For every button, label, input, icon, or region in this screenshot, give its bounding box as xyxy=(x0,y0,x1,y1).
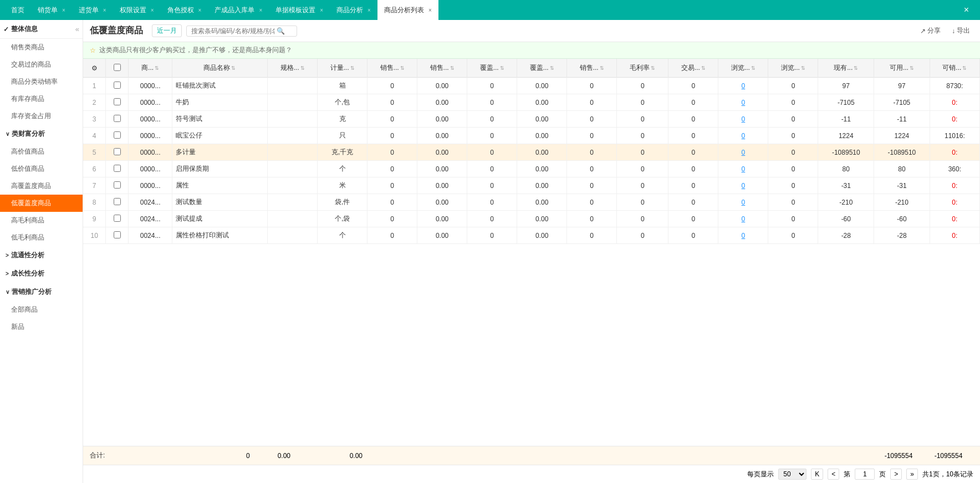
close-icon[interactable]: × xyxy=(428,7,432,13)
sidebar-item-high-value[interactable]: 高价值商品 xyxy=(0,143,83,160)
row-cover2: 0.00 xyxy=(517,194,567,211)
share-icon: ↗ xyxy=(920,27,926,35)
sidebar-section-liquidity[interactable]: > 流通性分析 xyxy=(0,246,83,265)
nav-template[interactable]: 单据模板设置 × xyxy=(269,0,330,20)
close-icon[interactable]: × xyxy=(62,7,65,13)
nav-goods-analysis-list[interactable]: 商品分析列表 × xyxy=(377,0,438,20)
row-cover1: 0 xyxy=(467,78,517,94)
col-name[interactable]: 商品名称⇅ xyxy=(172,59,267,78)
close-icon[interactable]: × xyxy=(259,7,262,13)
row-checkbox[interactable] xyxy=(106,227,129,244)
select-all-checkbox[interactable] xyxy=(114,64,121,71)
row-checkbox[interactable] xyxy=(106,111,129,128)
page-number-input[interactable] xyxy=(855,469,875,480)
row-checkbox[interactable] xyxy=(106,94,129,111)
sidebar-item-all-goods[interactable]: 全部商品 xyxy=(0,301,83,318)
row-sales-amt: 0.00 xyxy=(417,144,467,161)
close-icon[interactable]: × xyxy=(103,7,106,13)
col-spec[interactable]: 规格...⇅ xyxy=(268,59,318,78)
col-cover1[interactable]: 覆盖...⇅ xyxy=(467,59,517,78)
sidebar-item-traded-goods[interactable]: 交易过的商品 xyxy=(0,56,83,73)
row-trade: 0 xyxy=(668,128,718,144)
row-checkbox[interactable] xyxy=(106,161,129,177)
row-sellable: 0: xyxy=(930,144,979,161)
nav-roles[interactable]: 角色授权 × xyxy=(161,0,208,20)
row-code: 0000... xyxy=(129,177,172,194)
row-cover2: 0.00 xyxy=(517,128,567,144)
sidebar-section-growth[interactable]: > 成长性分析 xyxy=(0,265,83,283)
row-browse2: 0 xyxy=(768,94,818,111)
per-page-select[interactable]: 50 20 100 200 xyxy=(778,469,807,480)
col-sellable[interactable]: 可销...⇅ xyxy=(930,59,979,78)
sidebar-item-stocked-goods[interactable]: 有库存商品 xyxy=(0,90,83,108)
close-icon[interactable]: × xyxy=(198,7,202,13)
row-browse2: 0 xyxy=(768,227,818,244)
page-suffix-label: 页 xyxy=(879,470,886,479)
next-page-button[interactable]: > xyxy=(890,469,902,480)
collapse-sidebar-icon[interactable]: « xyxy=(75,25,79,33)
sidebar-item-high-coverage[interactable]: 高覆盖度商品 xyxy=(0,177,83,195)
row-checkbox[interactable] xyxy=(106,194,129,211)
col-sales-qty[interactable]: 销售...⇅ xyxy=(368,59,417,78)
sidebar-section-marketing[interactable]: ∨ 营销推广分析 xyxy=(0,283,83,301)
col-browse2[interactable]: 浏览...⇅ xyxy=(768,59,818,78)
row-sales-qty: 0 xyxy=(368,128,417,144)
first-page-button[interactable]: K xyxy=(811,469,823,480)
row-sellable: 8730: xyxy=(930,78,979,94)
sidebar-item-new-goods[interactable]: 新品 xyxy=(0,318,83,335)
col-sales-amt[interactable]: 销售...⇅ xyxy=(417,59,467,78)
col-gross-rate[interactable]: 毛利率⇅ xyxy=(617,59,668,78)
close-icon[interactable]: × xyxy=(368,7,371,13)
col-sales3[interactable]: 销售...⇅ xyxy=(567,59,617,78)
date-filter-button[interactable]: 近一月 xyxy=(152,24,182,37)
window-close-button[interactable]: × xyxy=(957,5,976,15)
prev-page-button[interactable]: < xyxy=(828,469,839,480)
sidebar-item-high-gross[interactable]: 高毛利商品 xyxy=(0,212,83,229)
share-button[interactable]: ↗ 分享 xyxy=(917,25,944,37)
row-checkbox[interactable] xyxy=(106,144,129,161)
col-current-stock[interactable]: 现有...⇅ xyxy=(818,59,874,78)
row-checkbox[interactable] xyxy=(106,78,129,94)
col-settings[interactable]: ⚙ xyxy=(83,59,106,78)
row-name: 眠宝公仔 xyxy=(172,128,267,144)
sidebar-item-low-gross[interactable]: 低毛利商品 xyxy=(0,229,83,246)
nav-instock[interactable]: 产成品入库单 × xyxy=(208,0,269,20)
col-checkbox[interactable] xyxy=(106,59,129,78)
nav-home[interactable]: 首页 xyxy=(4,0,31,20)
nav-goods-analysis[interactable]: 商品分析 × xyxy=(330,0,377,20)
table-row: 100024...属性价格打印测试个00.0000.0000000-28-280… xyxy=(83,227,980,244)
col-browse1[interactable]: 浏览...⇅ xyxy=(718,59,768,78)
sidebar-item-stock-capital[interactable]: 库存资金占用 xyxy=(0,108,83,125)
nav-purchase[interactable]: 进货单 × xyxy=(72,0,113,20)
sidebar-section-overall[interactable]: ✓ 整体信息 xyxy=(3,24,75,34)
close-icon[interactable]: × xyxy=(151,7,154,13)
nav-sales[interactable]: 销货单 × xyxy=(31,0,72,20)
row-unit: 个,袋 xyxy=(318,211,368,227)
sidebar-section-value[interactable]: ∨ 类财富分析 xyxy=(0,125,83,143)
nav-permissions[interactable]: 权限设置 × xyxy=(113,0,161,20)
sidebar-item-category-rate[interactable]: 商品分类动销率 xyxy=(0,73,83,90)
row-code: 0024... xyxy=(129,194,172,211)
row-unit: 袋,件 xyxy=(318,194,368,211)
last-page-button[interactable]: » xyxy=(906,469,918,480)
sidebar-item-sales-goods[interactable]: 销售类商品 xyxy=(0,39,83,56)
close-icon[interactable]: × xyxy=(320,7,323,13)
row-available: 1224 xyxy=(874,128,930,144)
col-cover2[interactable]: 覆盖...⇅ xyxy=(517,59,567,78)
col-unit[interactable]: 计量...⇅ xyxy=(318,59,368,78)
row-checkbox[interactable] xyxy=(106,211,129,227)
row-browse2: 0 xyxy=(768,211,818,227)
row-sales-amt: 0.00 xyxy=(417,211,467,227)
export-button[interactable]: ↓ 导出 xyxy=(948,25,973,37)
row-checkbox[interactable] xyxy=(106,128,129,144)
row-sellable: 0: xyxy=(930,194,979,211)
col-available[interactable]: 可用...⇅ xyxy=(874,59,930,78)
sidebar-item-low-coverage[interactable]: 低覆盖度商品 xyxy=(0,195,83,212)
row-checkbox[interactable] xyxy=(106,177,129,194)
sidebar-item-low-value[interactable]: 低价值商品 xyxy=(0,160,83,177)
search-input[interactable] xyxy=(191,27,274,35)
col-trade[interactable]: 交易...⇅ xyxy=(668,59,718,78)
row-browse1: 0 xyxy=(718,94,768,111)
row-unit: 克,千克 xyxy=(318,144,368,161)
col-code[interactable]: 商...⇅ xyxy=(129,59,172,78)
